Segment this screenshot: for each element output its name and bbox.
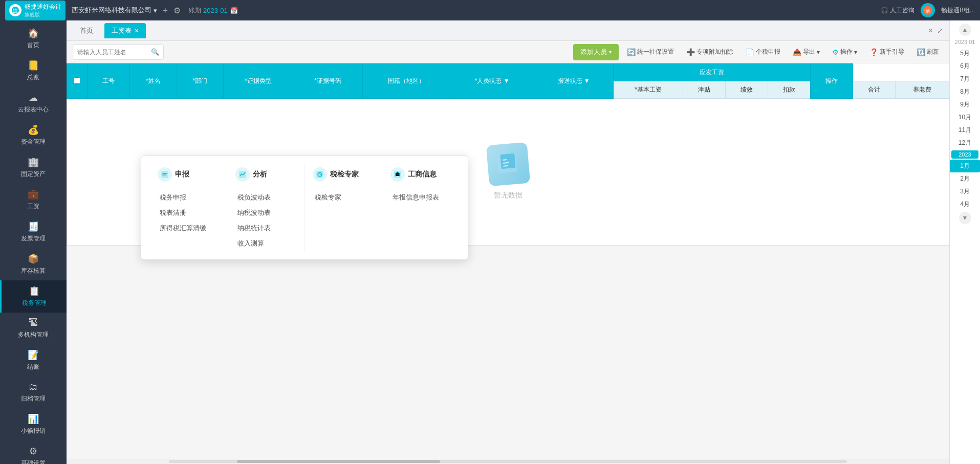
right-sidebar-timeline: ▲ 2023.01 5月 6月 7月 8月 9月 10月 11月 12月 202… [949,20,980,464]
timeline-month-3[interactable]: 3月 [950,185,980,198]
social-security-button[interactable]: 🔄 统一社保设置 [623,46,678,58]
search-input[interactable] [77,49,149,56]
window-close-icon[interactable]: × [928,26,933,35]
add-company-icon[interactable]: ＋ [161,5,169,16]
home-icon: 🏠 [28,28,39,39]
sidebar-item-invoice[interactable]: 🧾 发票管理 [0,216,67,248]
export-chevron-icon: ▾ [817,49,820,56]
header-empno: 工号 [88,64,130,99]
scrollbar-track [169,460,847,463]
popup-col-shen-bao: 申报 税务申报 税表清册 所得税汇算清缴 [149,164,227,251]
settings-icon[interactable]: ⚙ [173,6,181,15]
timeline-month-9[interactable]: 9月 [950,98,980,111]
declaration-header-label: 申报 [175,170,189,179]
timeline-month-7[interactable]: 7月 [950,73,980,85]
close-period-icon: 📝 [28,349,39,361]
timeline-month-11[interactable]: 11月 [950,124,980,137]
sidebar-item-salary[interactable]: 💼 工资 [0,184,67,216]
horizontal-scrollbar[interactable] [67,459,949,464]
timeline-month-10[interactable]: 10月 [950,111,980,124]
sidebar-item-ledger[interactable]: 📒 总账 [0,55,67,87]
sidebar-label-assets: 固定资产 [21,170,46,179]
username[interactable]: 畅捷通B组... [941,6,975,15]
timeline-scroll-down[interactable]: ▼ [959,212,971,224]
company-selector[interactable]: 西安虾米网络科技有限公司 ▾ [72,6,157,15]
timeline-month-6[interactable]: 6月 [950,60,980,73]
menu-item-income-tax[interactable]: 所得税汇算清缴 [158,220,219,236]
menu-item-annual-report[interactable]: 年报信息申报表 [390,190,452,205]
export-button[interactable]: 📤 导出 ▾ [789,46,824,58]
timeline-month-12[interactable]: 12月 [950,137,980,149]
menu-item-tax-declaration[interactable]: 税务申报 [158,190,219,205]
svg-rect-5 [500,153,515,169]
headset-icon: 🎧 [881,7,888,14]
select-all-checkbox[interactable] [74,77,80,84]
menu-item-tax-payment[interactable]: 纳税波动表 [235,205,296,220]
timeline-month-1[interactable]: 1月 [950,160,980,172]
header-report-status[interactable]: 报送状态 ▼ [534,64,614,99]
calendar-icon[interactable]: 📅 [230,7,238,14]
period-value[interactable]: 2023-01 [203,7,228,14]
sidebar-item-cloud[interactable]: ☁ 云报表中心 [0,87,67,119]
archive-icon: 🗂 [29,382,38,392]
search-container: 🔍 [73,45,164,60]
scrollbar-thumb[interactable] [237,460,441,463]
header-cert-type: *证据类型 [224,64,293,99]
support-link[interactable]: 🎧 人工咨询 [881,6,914,15]
tab-close-icon[interactable]: × [135,27,139,35]
header-checkbox-col[interactable] [67,64,88,99]
sidebar-item-multiorg[interactable]: 🏗 多机构管理 [0,313,67,344]
sidebar-item-settings[interactable]: ⚙ 基础设置 [0,440,67,464]
tab-home[interactable]: 首页 [73,23,100,38]
sidebar-item-report[interactable]: 📊 小畅报销 [0,408,67,440]
timeline-month-2[interactable]: 2月 [950,172,980,185]
timeline-scroll-up[interactable]: ▲ [959,24,971,36]
guide-toolbar-label: 新手引导 [880,48,904,56]
menu-item-tax-burden[interactable]: 税负波动表 [235,190,296,205]
tax-report-button[interactable]: 📄 个税申报 [742,46,785,58]
user-avatar[interactable]: 畅 [921,3,935,17]
salary-icon: 💼 [28,189,39,200]
sidebar-item-inventory[interactable]: 📦 库存核算 [0,248,67,280]
sidebar-label-report: 小畅报销 [21,427,46,435]
timeline-month-8[interactable]: 8月 [950,85,980,98]
window-restore-icon[interactable]: ⤢ [937,27,943,35]
tax-icon: 📋 [29,285,40,297]
add-person-button[interactable]: 添加人员 ▾ [573,44,619,60]
sidebar-item-archive[interactable]: 🗂 归档管理 [0,377,67,408]
special-deduction-button[interactable]: ➕ 专项附加扣除 [682,46,737,58]
company-dropdown-icon[interactable]: ▾ [154,7,157,14]
ledger-icon: 📒 [28,60,39,71]
content-area: 首页 工资表 × × ⤢ 🔍 添加人员 ▾ 🔄 [67,20,949,464]
menu-item-income-calc[interactable]: 收入测算 [235,236,296,251]
table-container: 工号 *姓名 *部门 *证据类型 *证据号码 国籍（地区） *人员状态 ▼ 报送… [67,63,949,459]
header-status[interactable]: *人员状态 ▼ [450,64,534,99]
sidebar-item-funds[interactable]: 💰 资金管理 [0,119,67,151]
menu-item-tax-stats[interactable]: 纳税统计表 [235,220,296,236]
logo-icon: 捷 [9,4,21,16]
popup-header-expert: 税检专家 [313,164,374,187]
refresh-button[interactable]: 🔃 刷新 [912,46,943,58]
timeline-month-5[interactable]: 5月 [950,47,980,60]
expert-header-label: 税检专家 [330,170,359,179]
menu-item-tax-expert[interactable]: 税检专家 [313,190,374,205]
header-cert-no: *证据号码 [293,64,362,99]
company-actions: ＋ ⚙ [161,5,181,16]
operations-button[interactable]: ⚙ 操作 ▾ [828,46,861,58]
operations-icon: ⚙ [832,48,839,56]
declaration-header-icon [158,167,172,182]
sidebar: 🏠 首页 📒 总账 ☁ 云报表中心 💰 资金管理 🏢 固定资产 💼 工资 🧾 发… [0,20,67,464]
timeline-month-4[interactable]: 4月 [950,198,980,211]
guide-button[interactable]: ❓ 新手引导 [865,46,908,58]
sidebar-item-assets[interactable]: 🏢 固定资产 [0,151,67,184]
menu-item-tax-schedule[interactable]: 税表清册 [158,205,219,220]
export-label: 导出 [803,48,815,56]
sidebar-item-home[interactable]: 🏠 首页 [0,23,67,55]
tab-salary-table[interactable]: 工资表 × [104,23,146,38]
cloud-icon: ☁ [29,92,38,103]
sidebar-item-close[interactable]: 📝 结账 [0,344,67,377]
report-icon: 📊 [28,413,39,425]
app-name: 畅捷通好会计 [25,3,61,11]
tax-menu-popup: 申报 税务申报 税表清册 所得税汇算清缴 分析 [141,156,468,260]
sidebar-item-tax[interactable]: 📋 税务管理 [0,280,67,313]
